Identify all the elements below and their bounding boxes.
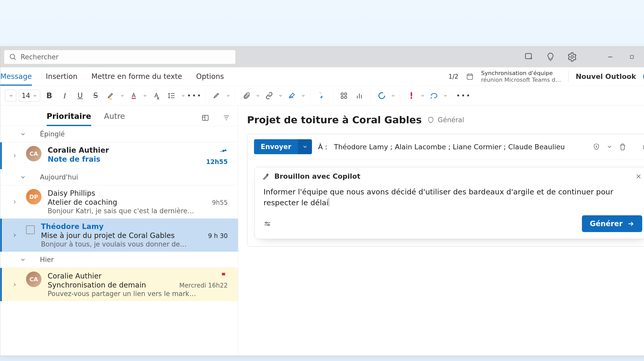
apps-icon[interactable] bbox=[337, 89, 350, 102]
styles-button[interactable] bbox=[210, 89, 223, 102]
generate-button[interactable]: Générer bbox=[582, 215, 642, 232]
underline-button[interactable]: U bbox=[74, 89, 87, 102]
line-spacing-chevron[interactable] bbox=[181, 93, 185, 98]
menubar: Message Insertion Mettre en forme du tex… bbox=[0, 67, 644, 86]
mail-sender: Coralie Authier bbox=[48, 146, 200, 154]
svg-point-36 bbox=[596, 146, 597, 147]
titlebar: Rechercher bbox=[0, 47, 644, 67]
strikethrough-button[interactable]: S bbox=[89, 89, 102, 102]
group-yesterday[interactable]: Hier bbox=[0, 252, 238, 268]
line-spacing-button[interactable] bbox=[165, 89, 178, 102]
svg-point-4 bbox=[571, 56, 573, 58]
flag-icon[interactable] bbox=[220, 272, 228, 280]
font-size-picker[interactable]: 14 bbox=[19, 90, 40, 102]
importance-chevron[interactable] bbox=[420, 93, 425, 98]
link-button[interactable] bbox=[263, 89, 276, 102]
recipients-field[interactable]: À : Théodore Lamy ; Alain Lacombe ; Lian… bbox=[318, 143, 565, 151]
group-today[interactable]: Aujourd'hui bbox=[0, 169, 238, 185]
mail-item-today-1[interactable]: Théodore Lamy Mise à jour du projet de C… bbox=[0, 218, 238, 252]
signature-chevron[interactable] bbox=[301, 93, 306, 98]
menu-message[interactable]: Message bbox=[0, 68, 32, 85]
menu-insertion[interactable]: Insertion bbox=[46, 68, 78, 85]
sensitivity-label: Général bbox=[438, 116, 464, 124]
attach-chevron[interactable] bbox=[256, 93, 260, 98]
pin-icon[interactable] bbox=[219, 146, 228, 156]
tips-icon[interactable] bbox=[543, 51, 558, 63]
copilot-card: Brouillon avec Copilot Informer l'équipe… bbox=[255, 167, 644, 239]
svg-rect-9 bbox=[467, 74, 472, 79]
window-maximize[interactable] bbox=[624, 51, 640, 63]
font-size-value: 14 bbox=[22, 92, 30, 100]
group-yesterday-label: Hier bbox=[40, 256, 54, 264]
tab-other[interactable]: Autre bbox=[104, 112, 125, 126]
link-chevron[interactable] bbox=[278, 93, 283, 98]
popout-icon[interactable] bbox=[642, 143, 644, 151]
copilot-prompt-field[interactable]: Informer l'équipe que nous avons décidé … bbox=[255, 185, 644, 215]
reading-pane-icon[interactable] bbox=[201, 113, 210, 124]
mail-subject: Note de frais bbox=[48, 155, 200, 163]
font-color-chevron[interactable] bbox=[143, 93, 147, 98]
styles-chevron[interactable] bbox=[226, 93, 231, 98]
copilot-prompt-text: Informer l'équipe que nous avons décidé … bbox=[264, 187, 613, 207]
message-subject: Projet de toiture à Coral Gables bbox=[247, 114, 422, 126]
send-button[interactable]: Envoyer bbox=[254, 139, 312, 154]
mail-list-tabs: Prioritaire Autre bbox=[0, 105, 238, 126]
svg-rect-23 bbox=[341, 93, 343, 95]
encrypt-icon[interactable] bbox=[592, 143, 600, 151]
ribbon-more-button[interactable]: ••• bbox=[457, 89, 470, 102]
more-formatting-button[interactable]: ••• bbox=[188, 89, 201, 102]
copilot-icon[interactable] bbox=[315, 89, 328, 102]
calendar-count: 1/2 bbox=[448, 73, 459, 80]
flag-action-icon[interactable] bbox=[521, 51, 537, 63]
group-pinned-label: Épinglé bbox=[40, 130, 65, 138]
upcoming-event[interactable]: Synchronisation d'équipe réunion Microso… bbox=[481, 70, 561, 83]
clear-formatting-button[interactable] bbox=[150, 89, 163, 102]
send-options-chevron[interactable] bbox=[298, 139, 312, 154]
svg-line-1 bbox=[14, 58, 15, 60]
filter-icon[interactable] bbox=[223, 114, 230, 124]
compose-more-chevron[interactable] bbox=[606, 144, 613, 150]
importance-high-button[interactable]: ! bbox=[405, 89, 418, 102]
mail-item-yesterday-0[interactable]: CA Coralie Authier Synchronisation de de… bbox=[0, 268, 238, 301]
event-title: Synchronisation d'équipe bbox=[481, 70, 561, 76]
arrow-right-icon bbox=[627, 220, 634, 227]
svg-point-41 bbox=[266, 222, 267, 224]
group-pinned[interactable]: Épinglé bbox=[0, 126, 238, 142]
search-input[interactable]: Rechercher bbox=[4, 50, 236, 64]
sensitivity-button[interactable] bbox=[428, 89, 440, 102]
svg-rect-24 bbox=[345, 93, 347, 95]
svg-rect-26 bbox=[345, 96, 347, 98]
mail-checkbox[interactable] bbox=[26, 225, 35, 234]
menu-options[interactable]: Options bbox=[196, 68, 224, 85]
signature-button[interactable] bbox=[285, 89, 298, 102]
event-sub: réunion Microsoft Teams d… bbox=[481, 77, 561, 83]
sensitivity-chevron[interactable] bbox=[443, 93, 448, 98]
settings-icon[interactable] bbox=[564, 51, 580, 63]
window-minimize[interactable] bbox=[603, 51, 618, 63]
attach-button[interactable] bbox=[240, 89, 253, 102]
poll-icon[interactable] bbox=[353, 89, 366, 102]
discard-icon[interactable] bbox=[619, 143, 626, 151]
font-family-picker[interactable] bbox=[5, 90, 16, 102]
loop-chevron[interactable] bbox=[391, 93, 395, 98]
highlight-chevron[interactable] bbox=[120, 93, 125, 98]
mail-item-pinned-0[interactable]: CA Coralie Authier Note de frais 12h55 bbox=[0, 142, 238, 169]
bold-button[interactable]: B bbox=[43, 89, 56, 102]
reading-pane: Projet de toiture à Coral Gables Général… bbox=[238, 105, 644, 356]
tab-focused[interactable]: Prioritaire bbox=[47, 112, 91, 126]
font-color-button[interactable] bbox=[127, 89, 140, 102]
wand-icon bbox=[262, 173, 270, 180]
italic-button[interactable]: I bbox=[58, 89, 71, 102]
loop-icon[interactable] bbox=[375, 89, 388, 102]
adjust-icon[interactable] bbox=[263, 219, 272, 228]
highlight-button[interactable] bbox=[105, 89, 117, 102]
menu-format-text[interactable]: Mettre en forme du texte bbox=[91, 68, 182, 85]
mail-preview: Bonjour à tous, je voulais vous donner d… bbox=[41, 240, 228, 248]
avatar: CA bbox=[26, 272, 41, 287]
sensitivity-badge[interactable]: Général bbox=[427, 116, 464, 124]
mail-item-today-0[interactable]: DP Daisy Phillips Atelier de coaching 9h… bbox=[0, 185, 238, 218]
generate-label: Générer bbox=[590, 219, 623, 228]
copilot-close-icon[interactable] bbox=[635, 173, 642, 180]
svg-point-43 bbox=[268, 224, 269, 226]
calendar-icon[interactable] bbox=[466, 72, 474, 81]
